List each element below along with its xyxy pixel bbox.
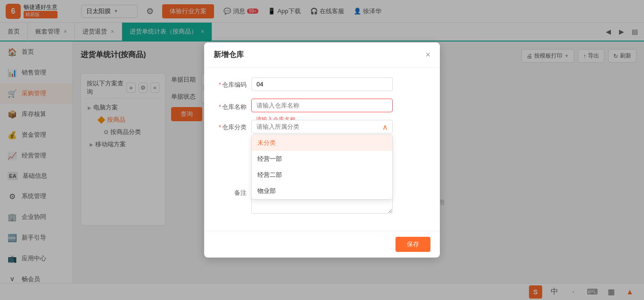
category-dropdown-icon[interactable]: ∧ (382, 122, 388, 131)
category-dropdown-list: 未分类 经营一部 经营二部 物业部 (251, 134, 393, 200)
dropdown-item-unclassified[interactable]: 未分类 (252, 135, 392, 151)
modal-footer: 保存 (204, 231, 440, 258)
dropdown-item-dept2[interactable]: 经营二部 (252, 167, 392, 183)
dropdown-item-dept3[interactable]: 物业部 (252, 183, 392, 199)
dropdown-item-dept1[interactable]: 经营一部 (252, 151, 392, 167)
modal-title: 新增仓库 (214, 50, 244, 60)
modal-overlay[interactable]: 新增仓库 × 仓库编码 仓库名称 请输入仓库名称 仓库分类 (0, 0, 644, 300)
name-field-label: 仓库名称 (214, 100, 251, 111)
category-field-row: 仓库分类 ∧ 未分类 经营一部 经营二部 物业部 (214, 120, 430, 133)
name-input[interactable] (251, 99, 393, 112)
code-field-label: 仓库编码 (214, 77, 251, 89)
new-warehouse-modal: 新增仓库 × 仓库编码 仓库名称 请输入仓库名称 仓库分类 (204, 42, 440, 258)
note-field-label: 备注 (214, 185, 251, 197)
modal-close-button[interactable]: × (425, 50, 430, 60)
name-field-row: 仓库名称 请输入仓库名称 (214, 99, 430, 112)
save-button[interactable]: 保存 (396, 237, 430, 252)
code-input[interactable] (251, 77, 393, 91)
category-field-label: 仓库分类 (214, 120, 251, 132)
category-input[interactable] (251, 120, 393, 133)
code-field-row: 仓库编码 (214, 77, 430, 91)
modal-header: 新增仓库 × (204, 42, 440, 68)
modal-body: 仓库编码 仓库名称 请输入仓库名称 仓库分类 ∧ 未分类 (204, 68, 440, 231)
category-select-wrap: ∧ 未分类 经营一部 经营二部 物业部 (251, 120, 393, 133)
